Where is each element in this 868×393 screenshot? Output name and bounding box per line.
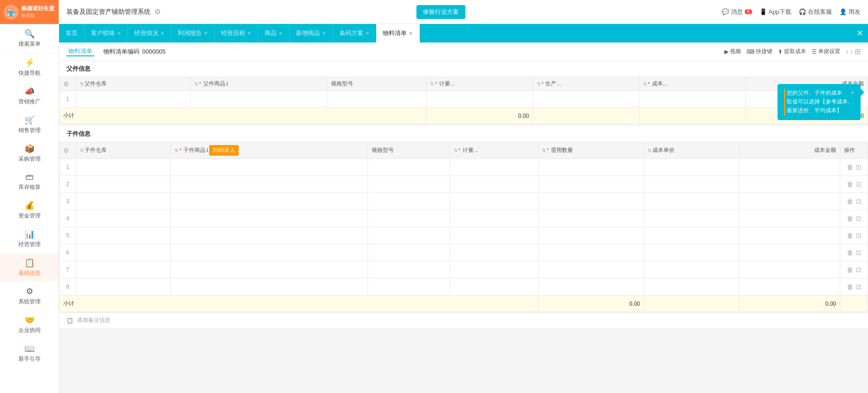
sidebar-item-basic[interactable]: 📋 基础信息: [0, 253, 59, 282]
close-icon[interactable]: ✕: [278, 30, 283, 36]
gear-icon[interactable]: ⚙: [63, 80, 69, 88]
tooltip-close-button[interactable]: ×: [851, 89, 854, 97]
page-header: 物料清单 物料清单编码 0000005 ▶ 视频 ⌨ 快捷键 ⬆ 提取成本 ☰ …: [59, 42, 868, 61]
bottom-hint-text[interactable]: 添加备注信息: [77, 316, 110, 324]
next-page-icon[interactable]: ›: [850, 48, 853, 56]
child-qty-cell[interactable]: [538, 159, 644, 176]
delete-icon[interactable]: 🗑: [847, 163, 853, 171]
delete-icon[interactable]: 🗑: [847, 283, 853, 290]
action-cell: 🗑 ⊡: [840, 261, 868, 278]
sidebar-item-marketing[interactable]: 📣 营销推广: [0, 82, 59, 110]
copy-icon[interactable]: ⊡: [856, 215, 862, 222]
sidebar-item-inventory[interactable]: 🗃 库存核算: [0, 168, 59, 196]
tab-profit[interactable]: 利润报告 ✕: [171, 24, 215, 42]
nav-tabs: 首页 客户联络 ✕ 经营情况 ✕ 利润报告 ✕ 经营历程 ✕ 商品 ✕ 新增商品…: [59, 24, 868, 42]
parent-section: 父件信息 ⚙ ⇅ 父件仓库: [59, 61, 868, 124]
delete-icon[interactable]: 🗑: [847, 266, 853, 273]
expand-icon[interactable]: ⊞: [855, 47, 861, 56]
delete-icon[interactable]: 🗑: [847, 215, 853, 222]
tab-barcode[interactable]: 条码方案 ✕: [333, 24, 376, 42]
copy-icon[interactable]: ⊡: [856, 283, 862, 290]
child-unit-cell[interactable]: [450, 159, 538, 176]
sidebar: 🏪 畅德诸好生意 标准版 🔍 搜索菜单 ⚡ 快捷导航 📣 营销推广 🛒 销售管理…: [0, 0, 59, 393]
parent-th-production: ⇅ * 生产...: [533, 77, 639, 91]
child-subtotal-amount: 0.00: [739, 296, 840, 312]
gear-icon[interactable]: ⚙: [63, 147, 69, 154]
sidebar-item-quicknav[interactable]: ⚡ 快捷导航: [0, 53, 59, 82]
tab-add-goods[interactable]: 新增商品 ✕: [289, 24, 333, 42]
settings-icon[interactable]: ⚙: [154, 7, 161, 16]
copy-icon[interactable]: ⊡: [856, 181, 862, 188]
extract-cost-action[interactable]: ⬆ 提取成本: [778, 48, 806, 55]
play-icon: ▶: [724, 48, 729, 55]
sidebar-item-label: 经营管理: [18, 241, 41, 248]
child-unit-cost-cell[interactable]: [644, 159, 739, 176]
close-icon[interactable]: ✕: [117, 30, 121, 36]
delete-icon[interactable]: 🗑: [847, 198, 853, 205]
close-icon[interactable]: ✕: [204, 30, 208, 36]
close-icon[interactable]: ✕: [322, 30, 326, 36]
app-download-item[interactable]: 📱 App下载: [760, 8, 791, 16]
tab-history[interactable]: 经营历程 ✕: [215, 24, 258, 42]
delete-icon[interactable]: 🗑: [847, 249, 853, 256]
sidebar-item-system[interactable]: ⚙ 系统管理: [0, 282, 59, 310]
sidebar-item-corp[interactable]: 🤝 企业协同: [0, 310, 59, 339]
sidebar-item-search[interactable]: 🔍 搜索菜单: [0, 24, 59, 53]
sort-icon: ⇅: [537, 81, 541, 86]
video-action[interactable]: ▶ 视频: [724, 48, 741, 55]
parent-warehouse-cell[interactable]: [76, 91, 191, 108]
delete-icon[interactable]: 🗑: [847, 232, 853, 239]
action-cell: 🗑 ⊡: [840, 176, 868, 193]
child-table: ⚙ ⇅ 子件仓库 ⇅ * 子件商品: [59, 142, 868, 312]
purchase-icon: 📦: [24, 144, 35, 154]
sidebar-item-purchase[interactable]: 📦 采购管理: [0, 139, 59, 168]
parent-goods-cell[interactable]: [190, 91, 327, 108]
child-th-unit: ⇅ * 计量...: [450, 142, 538, 159]
parent-spec-cell[interactable]: [327, 91, 427, 108]
single-settings-action[interactable]: ☰ 单据设置: [812, 48, 840, 55]
parent-unit-cell[interactable]: [427, 91, 533, 108]
copy-icon[interactable]: ⊡: [856, 163, 862, 171]
user-label: 用友: [849, 8, 861, 16]
user-avatar-icon: 👤: [839, 8, 847, 15]
tab-customer[interactable]: 客户联络 ✕: [84, 24, 128, 42]
copy-icon[interactable]: ⊡: [856, 198, 862, 205]
tab-label: 客户联络: [91, 29, 115, 37]
copy-icon[interactable]: ⊡: [856, 266, 862, 273]
tab-goods[interactable]: 商品 ✕: [258, 24, 289, 42]
info-icon: ℹ: [206, 147, 208, 153]
copy-icon[interactable]: ⊡: [856, 249, 862, 256]
sort-icon: ⇅: [648, 148, 651, 153]
sidebar-item-guide[interactable]: 📖 新手引导: [0, 339, 59, 368]
close-icon[interactable]: ✕: [409, 30, 413, 36]
sidebar-item-sales[interactable]: 🛒 销售管理: [0, 110, 59, 139]
page-tab-bom[interactable]: 物料清单: [66, 47, 94, 56]
close-icon[interactable]: ✕: [365, 30, 369, 36]
child-th-amount: 成本金额: [739, 142, 840, 159]
copy-icon[interactable]: ⊡: [856, 232, 862, 239]
sidebar-item-finance[interactable]: 💰 资金管理: [0, 196, 59, 224]
scan-button[interactable]: 扫码录入: [209, 145, 239, 156]
parent-production-cell[interactable]: [533, 91, 639, 108]
delete-icon[interactable]: 🗑: [847, 181, 853, 188]
close-icon[interactable]: ✕: [160, 30, 164, 36]
parent-cost-cell[interactable]: [639, 91, 746, 108]
prev-page-icon[interactable]: ‹: [846, 48, 848, 56]
close-icon[interactable]: ✕: [247, 30, 251, 36]
child-spec-cell[interactable]: [368, 159, 450, 176]
child-goods-cell[interactable]: [171, 159, 368, 176]
user-item[interactable]: 👤 用友: [839, 8, 861, 16]
tab-bom[interactable]: 物料清单 ✕: [376, 24, 420, 42]
child-warehouse-cell[interactable]: [76, 159, 171, 176]
sort-icon: ⇅: [643, 81, 647, 86]
trial-button[interactable]: 体验行业方案: [416, 5, 465, 19]
sidebar-item-business[interactable]: 📊 经营管理: [0, 224, 59, 253]
online-service-item[interactable]: 🎧 在线客服: [799, 8, 832, 16]
child-th-warehouse: ⇅ 子件仓库: [76, 142, 171, 159]
guide-icon: 📖: [24, 344, 35, 354]
shortcut-action[interactable]: ⌨ 快捷键: [747, 48, 772, 55]
close-all-tabs[interactable]: ✕: [852, 28, 868, 38]
message-item[interactable]: 💬 消息 6: [722, 8, 752, 16]
tab-operation[interactable]: 经营情况 ✕: [128, 24, 171, 42]
tab-home[interactable]: 首页: [59, 24, 84, 42]
